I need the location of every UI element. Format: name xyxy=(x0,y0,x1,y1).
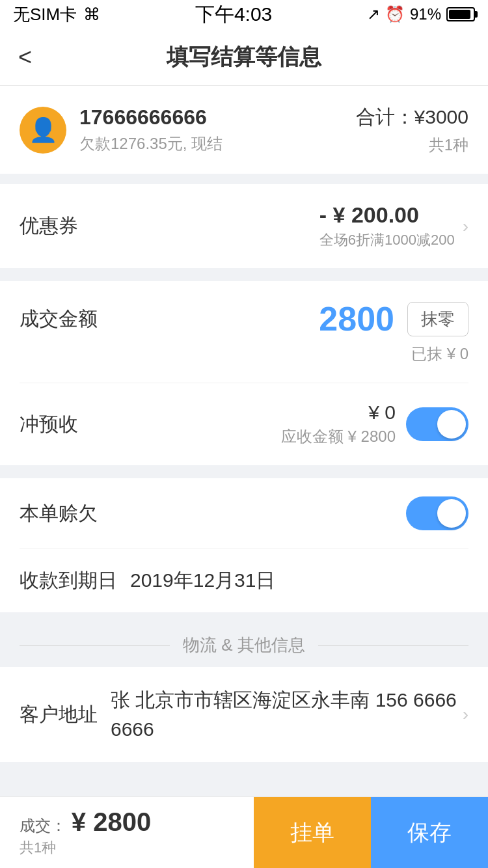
coupon-discount: - ¥ 200.00 xyxy=(319,202,455,228)
advance-value-group: ¥ 0 应收金额 ¥ 2800 xyxy=(281,401,396,447)
page-title: 填写结算等信息 xyxy=(167,42,321,72)
amount-value-group: 2800 抹零 xyxy=(319,299,468,338)
due-date-label: 收款到期日 xyxy=(20,567,117,594)
total-count: 共1种 xyxy=(356,135,468,156)
gray-separator-2 xyxy=(0,465,488,478)
header: < 填写结算等信息 xyxy=(0,29,488,86)
bottom-deal-label: 成交： xyxy=(20,817,66,834)
due-date-row: 收款到期日 2019年12月31日 xyxy=(0,549,488,612)
advance-label: 冲预收 xyxy=(20,411,78,438)
round-button[interactable]: 抹零 xyxy=(407,302,468,336)
advance-right: ¥ 0 应收金额 ¥ 2800 xyxy=(281,401,468,447)
coupon-card: 优惠券 - ¥ 200.00 全场6折满1000减200 › xyxy=(0,184,488,268)
coupon-row[interactable]: 优惠券 - ¥ 200.00 全场6折满1000减200 › xyxy=(0,184,488,268)
total-amount: 合计：¥3000 xyxy=(356,104,468,131)
status-left: 无SIM卡 ⌘ xyxy=(13,3,100,26)
deferred-toggle[interactable] xyxy=(406,496,468,530)
wifi-icon: ⌘ xyxy=(83,5,100,25)
bottom-amount: ¥ 2800 xyxy=(72,807,151,836)
address-label: 客户地址 xyxy=(20,701,98,728)
deferred-label: 本单赊欠 xyxy=(20,500,98,527)
bottom-info: 成交： ¥ 2800 共1种 xyxy=(0,807,254,858)
status-right: ↗ ⏰ 91% xyxy=(367,5,475,23)
deferred-row: 本单赊欠 xyxy=(0,478,488,549)
coupon-label: 优惠券 xyxy=(20,213,78,239)
bottom-count: 共1种 xyxy=(20,838,234,858)
customer-phone: 17666666666 xyxy=(79,105,356,129)
customer-card: 👤 17666666666 欠款1276.35元, 现结 合计：¥3000 共1… xyxy=(0,86,488,174)
customer-row: 👤 17666666666 欠款1276.35元, 现结 合计：¥3000 共1… xyxy=(0,86,488,174)
coupon-chevron-icon: › xyxy=(463,216,468,237)
amount-label: 成交金额 xyxy=(20,306,98,332)
coupon-desc: 全场6折满1000减200 xyxy=(319,230,455,250)
logistics-separator: 物流 & 其他信息 xyxy=(0,625,488,664)
status-time: 下午4:03 xyxy=(195,1,272,28)
advance-toggle[interactable] xyxy=(406,407,468,441)
back-button[interactable]: < xyxy=(18,44,32,71)
avatar: 👤 xyxy=(20,107,66,154)
customer-sub: 欠款1276.35元, 现结 xyxy=(79,133,356,154)
amount-row: 成交金额 2800 抹零 xyxy=(20,299,468,338)
location-icon: ↗ xyxy=(367,5,380,23)
gray-separator-1 xyxy=(0,268,488,281)
customer-total: 合计：¥3000 共1种 xyxy=(356,104,468,156)
carrier-label: 无SIM卡 xyxy=(13,3,77,26)
address-chevron-icon: › xyxy=(463,704,468,725)
amount-section: 成交金额 2800 抹零 已抹 ¥ 0 xyxy=(0,281,488,383)
address-card: 客户地址 张 北京市市辖区海淀区永丰南 156 6666 6666 › xyxy=(0,667,488,762)
due-date-value: 2019年12月31日 xyxy=(130,567,275,594)
status-bar: 无SIM卡 ⌘ 下午4:03 ↗ ⏰ 91% xyxy=(0,0,488,29)
customer-info: 17666666666 欠款1276.35元, 现结 xyxy=(79,105,356,154)
battery-icon xyxy=(446,7,475,21)
address-value: 张 北京市市辖区海淀区永丰南 156 6666 6666 xyxy=(111,685,463,744)
logistics-label: 物流 & 其他信息 xyxy=(170,634,318,657)
amount-number: 2800 xyxy=(319,299,394,338)
content: 👤 17666666666 欠款1276.35元, 现结 合计：¥3000 共1… xyxy=(0,86,488,868)
battery-fill xyxy=(449,10,470,19)
amount-card: 成交金额 2800 抹零 已抹 ¥ 0 冲预收 ¥ 0 应收金额 ¥ 2800 xyxy=(0,281,488,465)
bottom-bar: 成交： ¥ 2800 共1种 挂单 保存 xyxy=(0,796,488,868)
battery-percent: 91% xyxy=(410,5,441,23)
amount-sub: 已抹 ¥ 0 xyxy=(20,344,468,364)
save-button[interactable]: 保存 xyxy=(371,797,488,869)
advance-sub: 应收金额 ¥ 2800 xyxy=(281,426,396,447)
gray-separator-3 xyxy=(0,612,488,625)
address-row[interactable]: 客户地址 张 北京市市辖区海淀区永丰南 156 6666 6666 › xyxy=(0,667,488,762)
advance-value: ¥ 0 xyxy=(281,401,396,424)
alarm-icon: ⏰ xyxy=(385,5,405,23)
deferred-card: 本单赊欠 收款到期日 2019年12月31日 xyxy=(0,478,488,612)
hang-button[interactable]: 挂单 xyxy=(254,797,371,869)
advance-row: 冲预收 ¥ 0 应收金额 ¥ 2800 xyxy=(0,383,488,465)
coupon-right: - ¥ 200.00 全场6折满1000减200 › xyxy=(319,202,468,250)
